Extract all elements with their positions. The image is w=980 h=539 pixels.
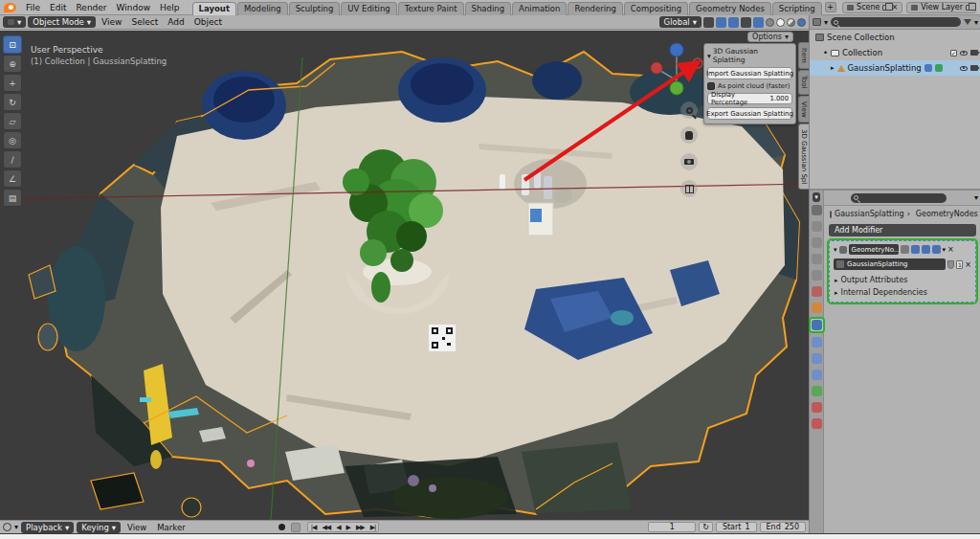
sidebar-tab-item[interactable]: Item — [798, 42, 809, 69]
sidebar-tab-tool[interactable]: Tool — [798, 70, 809, 95]
tab-animation[interactable]: Animation — [512, 2, 567, 15]
cage-display-toggle[interactable] — [932, 245, 941, 254]
export-gaussian-splatting-button[interactable]: Export Gaussian Splatting — [707, 107, 792, 120]
edit-mode-display-toggle[interactable] — [901, 245, 909, 254]
node-group-field[interactable]: GaussianSplatting — [834, 258, 946, 270]
tab-compositing[interactable]: Compositing — [624, 2, 688, 15]
outliner-row-gaussiansplatting[interactable]: ▸ GaussianSplatting — [810, 60, 980, 76]
properties-tab-particles[interactable] — [812, 337, 822, 348]
collapse-icon[interactable]: ▾ — [834, 246, 837, 254]
outliner-row-scene-collection[interactable]: Scene Collection — [810, 30, 980, 45]
next-keyframe-button[interactable]: ▶▶ — [353, 524, 368, 531]
breadcrumb-object[interactable]: GaussianSplatting — [835, 210, 904, 218]
display-percentage-slider[interactable]: Display Percentage 1.000 — [707, 93, 792, 104]
editor-type-button[interactable]: ▾ — [813, 192, 820, 202]
play-button[interactable]: ▶ — [344, 524, 353, 531]
axis-gizmo[interactable] — [648, 38, 705, 98]
properties-tab-texture[interactable] — [812, 418, 822, 429]
outliner-search-input[interactable] — [831, 17, 961, 27]
scale-tool[interactable]: ▱ — [3, 112, 22, 130]
menu-edit[interactable]: Edit — [45, 3, 71, 12]
viewport-canvas[interactable]: ⊡ ⊕ + ↻ ▱ ◎ ∕ ∠ ▤ User Perspective (1) C… — [0, 31, 809, 520]
use-preview-range-icon[interactable]: ↻ — [699, 522, 713, 532]
realtime-display-toggle[interactable] — [911, 245, 920, 254]
fake-user-shield-icon[interactable] — [947, 260, 954, 269]
menu-file[interactable]: File — [21, 3, 45, 12]
pan-hand-icon[interactable] — [680, 126, 698, 144]
output-attributes-section[interactable]: ▸ Output Attributes — [834, 274, 971, 286]
modifier-extras-dropdown-icon[interactable]: ▾ — [943, 246, 947, 254]
shading-wireframe-icon[interactable] — [766, 18, 774, 27]
play-reverse-button[interactable]: ◀ — [333, 524, 343, 531]
options-dropdown[interactable]: Options ▾ — [747, 32, 793, 42]
properties-tab-view-layer[interactable] — [812, 254, 822, 264]
marker-menu[interactable]: Marker — [153, 523, 189, 532]
gizmo-toggle-icon[interactable] — [741, 17, 751, 28]
tab-shading[interactable]: Shading — [465, 2, 512, 15]
zoom-icon[interactable] — [680, 101, 698, 119]
tab-rendering[interactable]: Rendering — [568, 2, 622, 15]
jump-to-start-button[interactable]: |◀ — [308, 524, 320, 531]
exclude-checkbox-icon[interactable]: ✓ — [950, 50, 957, 56]
move-tool[interactable]: + — [3, 74, 22, 92]
frame-start-field[interactable]: Start 1 — [716, 522, 757, 532]
dropdown-icon[interactable]: ▾ — [974, 18, 978, 27]
proportional-editing-icon[interactable] — [728, 17, 739, 28]
import-gaussian-splatting-button[interactable]: Import Gaussian Splatting — [707, 67, 792, 79]
menu-render[interactable]: Render — [72, 3, 112, 12]
sidebar-tab-view[interactable]: View — [798, 96, 809, 124]
tab-geometry-nodes[interactable]: Geometry Nodes — [689, 2, 771, 15]
new-view-layer-icon[interactable] — [966, 5, 971, 11]
dropdown-icon[interactable]: ▾ — [824, 18, 828, 27]
copies-count-icon[interactable]: 1 — [956, 260, 963, 269]
new-scene-icon[interactable] — [882, 5, 888, 11]
mode-dropdown[interactable]: Object Mode▾ — [28, 16, 96, 28]
editor-type-button[interactable]: ▾ — [3, 16, 26, 28]
playback-menu[interactable]: Playback▾ — [21, 522, 74, 533]
overlays-toggle-icon[interactable] — [753, 17, 764, 28]
tab-sculpting[interactable]: Sculpting — [289, 2, 341, 15]
shading-solid-icon[interactable] — [776, 18, 785, 27]
editor-type-clock-icon[interactable] — [3, 523, 11, 531]
menu-view[interactable]: View — [98, 17, 125, 27]
properties-search-input[interactable] — [851, 193, 947, 203]
transform-tool[interactable]: ◎ — [3, 131, 22, 149]
perspective-toggle-icon[interactable] — [680, 180, 698, 197]
properties-tab-object-data[interactable] — [812, 386, 822, 396]
properties-tab-modifiers[interactable] — [812, 320, 822, 330]
properties-tab-constraints[interactable] — [812, 370, 822, 380]
disable-render-icon[interactable] — [970, 50, 978, 56]
menu-object[interactable]: Object — [190, 17, 226, 27]
outliner-row-collection[interactable]: • Collection ✓ — [810, 45, 980, 60]
dropdown-icon[interactable]: ▾ — [974, 193, 978, 202]
cursor-tool[interactable]: ⊕ — [3, 55, 22, 73]
pivot-point-icon[interactable] — [703, 17, 714, 28]
blender-logo-icon[interactable] — [4, 3, 16, 12]
shading-rendered-icon[interactable] — [797, 18, 806, 27]
collapse-icon[interactable]: ▾ — [707, 52, 711, 60]
sidebar-tab-gaussian-splatting[interactable]: 3D Gaussian Spl — [798, 124, 809, 190]
frame-end-field[interactable]: End 250 — [760, 522, 806, 532]
breadcrumb-modifier[interactable]: GeometryNodes — [916, 210, 978, 218]
display-mode-icon[interactable] — [813, 18, 821, 26]
tab-texture-paint[interactable]: Texture Paint — [398, 2, 464, 15]
modifier-name-field[interactable]: GeometryNo... — [849, 244, 899, 255]
properties-tab-render[interactable] — [812, 221, 822, 232]
properties-tab-object[interactable] — [812, 303, 822, 313]
hide-eye-icon[interactable] — [960, 51, 968, 56]
transform-orientation-dropdown[interactable]: Global▾ — [659, 16, 702, 28]
rotate-tool[interactable]: ↻ — [3, 93, 22, 111]
unlink-node-group-icon[interactable]: × — [965, 260, 971, 269]
select-box-tool[interactable]: ⊡ — [3, 35, 22, 54]
current-frame-field[interactable]: 1 — [648, 522, 696, 532]
camera-view-icon[interactable] — [680, 153, 698, 170]
properties-tab-scene[interactable] — [812, 270, 822, 281]
snap-magnet-icon[interactable] — [716, 17, 726, 28]
keying-set-icon[interactable] — [291, 523, 301, 532]
properties-tab-physics[interactable] — [812, 353, 822, 364]
properties-tab-output[interactable] — [812, 237, 822, 248]
auto-keying-record-icon[interactable] — [278, 524, 285, 530]
view-layer-selector[interactable]: View Layer — [906, 2, 976, 13]
previous-keyframe-button[interactable]: ◀◀ — [319, 524, 333, 531]
menu-add[interactable]: Add — [164, 17, 188, 27]
